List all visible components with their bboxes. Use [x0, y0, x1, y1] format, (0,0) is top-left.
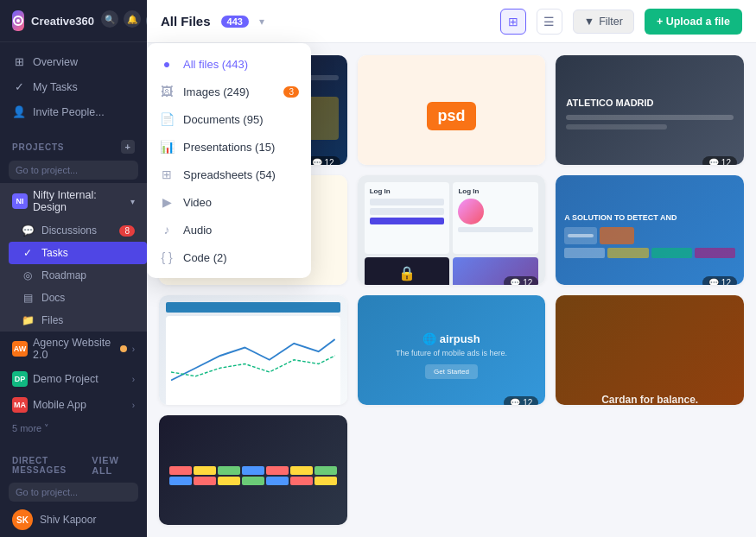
- file-card-ico-landing[interactable]: A SOLUTION TO DETECT AND 💬 12 ICO-Landin…: [556, 175, 744, 285]
- sidebar-header-icons: 🔍 🔔 U: [101, 10, 147, 31]
- dropdown-item-label: Audio: [183, 224, 212, 237]
- nifty-project-name: Nifty Internal: Design: [33, 189, 125, 213]
- sidebar-item-overview[interactable]: ⊞ Overview: [0, 49, 147, 74]
- video-icon: ▶: [159, 195, 175, 209]
- psd-icon: psd: [427, 102, 475, 130]
- sidebar-item-mobile-app[interactable]: MA Mobile App ›: [0, 392, 147, 418]
- nifty-project: NI Nifty Internal: Design ▾ 💬 Discussion…: [0, 183, 147, 332]
- nifty-project-avatar: NI: [12, 193, 28, 209]
- dropdown-item-presentations[interactable]: 📊 Presentations (15): [147, 133, 311, 161]
- sidebar-item-roadmap[interactable]: ◎ Roadmap: [9, 264, 147, 287]
- dropdown-item-images[interactable]: 🖼 Images (249) 3: [147, 78, 311, 105]
- sidebar-item-docs[interactable]: ▤ Docs: [9, 287, 147, 309]
- sidebar-item-label: Discussions: [41, 224, 97, 237]
- nifty-chevron-icon: ▾: [130, 197, 135, 206]
- dropdown-item-spreadsheets[interactable]: ⊞ Spreadsheets (54): [147, 161, 311, 188]
- filter-button[interactable]: ▼ Filter: [573, 9, 634, 34]
- list-view-button[interactable]: ☰: [537, 9, 562, 35]
- main-nav: ⊞ Overview ✓ My Tasks 👤 Invite People...: [0, 42, 147, 131]
- shiv-name: Shiv Kapoor: [40, 514, 96, 526]
- dropdown-item-label: Code (2): [183, 251, 227, 264]
- dropdown-item-video[interactable]: ▶ Video: [147, 188, 311, 216]
- sidebar-item-agency-website[interactable]: AW Agency Website 2.0 ›: [0, 332, 147, 366]
- sidebar-item-files[interactable]: 📁 Files: [9, 309, 147, 332]
- sidebar-item-demo-project[interactable]: DP Demo Project ›: [0, 366, 147, 392]
- docs-icon: ▤: [21, 292, 35, 304]
- dropdown-item-audio[interactable]: ♪ Audio: [147, 216, 311, 243]
- direct-messages-section: DIRECT MESSAGES View all SK Shiv Kapoor …: [0, 446, 147, 537]
- upload-button[interactable]: + Upload a file: [645, 9, 742, 35]
- sidebar-item-label: Overview: [33, 56, 78, 68]
- discussions-badge: 8: [119, 225, 135, 237]
- agency-project-name: Agency Website 2.0: [33, 337, 115, 361]
- files-icon: 📁: [21, 314, 35, 326]
- dropdown-item-label: Images (249): [183, 85, 250, 98]
- invite-icon: 👤: [12, 105, 26, 118]
- file-card-cardan[interactable]: Cardan for balance. Cardan for balance.: [556, 295, 744, 405]
- nifty-project-header[interactable]: NI Nifty Internal: Design ▾: [0, 183, 147, 219]
- dropdown-item-code[interactable]: { } Code (2): [147, 243, 311, 271]
- project-search-input[interactable]: [9, 161, 138, 180]
- view-all-dm[interactable]: View all: [92, 455, 135, 476]
- sidebar-item-discussions[interactable]: 💬 Discussions 8: [9, 219, 147, 242]
- project-search: [0, 157, 147, 183]
- shiv-avatar: SK: [12, 509, 33, 530]
- filter-label: Filter: [599, 16, 623, 28]
- file-card-ios-ux[interactable]: psd ios-ux-designs.psd Today by Sky C. •…: [358, 55, 546, 165]
- sidebar-header: Creative360 🔍 🔔 U: [0, 0, 147, 42]
- file-card-ads-onboarding[interactable]: 🌐 airpush The future of mobile ads is he…: [358, 295, 546, 405]
- file-card-ads-dashboard[interactable]: ads-dashboard-analytics.jpg Yesterday by…: [159, 295, 347, 405]
- sidebar-item-invite[interactable]: 👤 Invite People...: [0, 99, 147, 124]
- comment-count: 💬 12: [504, 276, 538, 285]
- show-more-projects[interactable]: 5 more ˅: [0, 418, 147, 439]
- sidebar-item-label: Invite People...: [33, 106, 105, 118]
- page-title: All Files: [161, 14, 211, 28]
- grid-view-button[interactable]: ⊞: [500, 9, 526, 35]
- dm-section-label: DIRECT MESSAGES View all: [0, 446, 147, 479]
- bell-icon[interactable]: 🔔: [124, 10, 141, 28]
- audio-icon: ♪: [159, 223, 175, 237]
- nifty-project-subnav: 💬 Discussions 8 ✓ Tasks ◎ Roadmap ▤ Docs…: [0, 219, 147, 332]
- documents-icon: 📄: [159, 112, 175, 126]
- roadmap-icon: ◎: [21, 269, 35, 281]
- mobile-project-avatar: MA: [12, 397, 28, 413]
- file-thumbnail: psd: [358, 55, 546, 165]
- file-thumbnail: Cardan for balance.: [556, 295, 744, 405]
- svg-point-1: [16, 19, 20, 22]
- agency-project-avatar: AW: [12, 341, 28, 357]
- overview-icon: ⊞: [12, 55, 26, 68]
- dropdown-item-documents[interactable]: 📄 Documents (95): [147, 105, 311, 133]
- comment-count: 💬 12: [702, 276, 737, 285]
- tasks-icon: ✓: [12, 80, 26, 93]
- mobile-project-name: Mobile App: [33, 399, 127, 411]
- app-name: Creative360: [31, 15, 94, 28]
- file-card-keyboard[interactable]: Insta-Mechanical-Keyboard.pdf: [159, 415, 347, 525]
- demo-project-name: Demo Project: [33, 373, 127, 385]
- sidebar-item-tasks[interactable]: ✓ Tasks: [9, 242, 147, 264]
- search-icon[interactable]: 🔍: [101, 10, 118, 28]
- add-project-button[interactable]: +: [121, 140, 135, 154]
- sidebar: Creative360 🔍 🔔 U ⊞ Overview ✓ My Tasks …: [0, 0, 147, 537]
- sidebar-item-my-tasks[interactable]: ✓ My Tasks: [0, 74, 147, 99]
- dropdown-item-label: All files (443): [183, 58, 248, 71]
- code-icon: { }: [159, 250, 175, 264]
- dropdown-item-label: Documents (95): [183, 113, 263, 126]
- title-dropdown-chevron-icon[interactable]: ▾: [259, 16, 264, 28]
- file-card-atletico[interactable]: ATLETICO MADRID 💬 12 atletico-madrid.ske…: [556, 55, 744, 165]
- dm-search: [0, 479, 147, 505]
- filter-icon: ▼: [584, 16, 594, 28]
- file-card-phantasm[interactable]: Log In Log In 🔒 💬 12: [358, 175, 546, 285]
- dm-item-shiv[interactable]: SK Shiv Kapoor: [0, 505, 147, 534]
- file-thumbnail: A SOLUTION TO DETECT AND 💬 12: [556, 175, 744, 285]
- sidebar-item-label: My Tasks: [33, 81, 78, 93]
- sidebar-item-label: Docs: [41, 292, 65, 304]
- dropdown-item-label: Spreadsheets (54): [183, 168, 276, 181]
- main-content: All Files 443 ▾ ⊞ ☰ ▼ Filter + Upload a …: [147, 0, 756, 537]
- spreadsheets-icon: ⊞: [159, 167, 175, 181]
- images-badge: 3: [283, 86, 299, 98]
- dm-search-input[interactable]: [9, 483, 138, 502]
- agency-project-badge: [120, 345, 127, 352]
- file-thumbnail: [159, 415, 347, 525]
- dropdown-item-all-files[interactable]: ● All files (443): [147, 50, 311, 78]
- demo-chevron-icon: ›: [132, 375, 135, 384]
